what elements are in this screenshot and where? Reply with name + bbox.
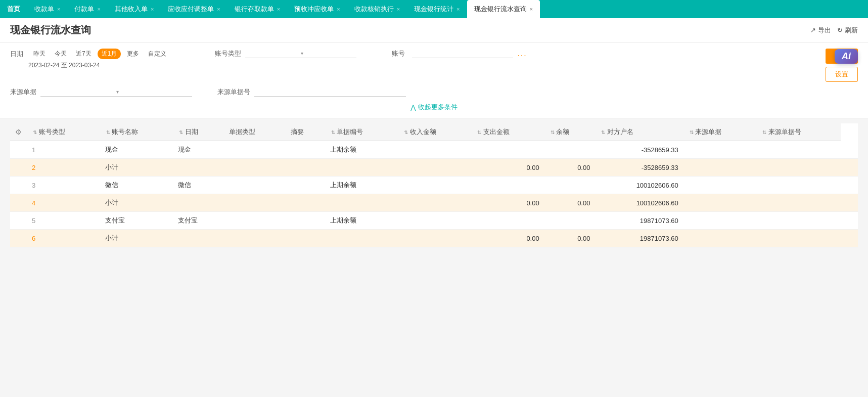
- nav-close-yushouchong[interactable]: ×: [337, 6, 340, 12]
- source-doc-no-input[interactable]: [254, 87, 406, 97]
- source-doc-filter-label: 来源单据: [10, 87, 36, 97]
- nav-close-shoukuandan[interactable]: ×: [57, 6, 60, 12]
- col-expense[interactable]: ⇅ 支出金额: [471, 123, 544, 141]
- settings-button[interactable]: 设置: [826, 67, 858, 82]
- page-title: 现金银行流水查询: [10, 23, 91, 37]
- date-btn-more[interactable]: 更多: [124, 49, 142, 59]
- refresh-label: 刷新: [845, 26, 858, 35]
- nav-close-shoukuanhexiao[interactable]: ×: [397, 6, 400, 12]
- nav-label-yingshouyingfu: 应收应付调整单: [168, 5, 214, 14]
- nav-close-xianjinyinhang-stat[interactable]: ×: [456, 6, 460, 12]
- ai-badge[interactable]: Ai: [835, 49, 858, 64]
- col-date[interactable]: ⇅ 日期: [173, 123, 224, 141]
- date-btn-today[interactable]: 今天: [52, 49, 70, 59]
- col-counterpart[interactable]: ⇅ 对方户名: [595, 123, 683, 141]
- nav-home[interactable]: 首页: [0, 0, 27, 18]
- cell-doc-no: [398, 230, 471, 247]
- col-source-doc[interactable]: ⇅ 来源单据: [683, 123, 757, 141]
- cell-doc-type: [286, 194, 325, 212]
- row-settings-icon: [10, 159, 27, 177]
- cell-account-type: 小计: [100, 230, 173, 247]
- nav-item-yingshouyingfu[interactable]: 应收应付调整单 ×: [161, 0, 227, 18]
- col-source-doc-no[interactable]: ⇅ 来源单据号: [756, 123, 841, 141]
- cell-source-doc: [756, 159, 841, 177]
- table-row: 1现金现金上期余额-3528659.33: [10, 141, 858, 159]
- col-doc-type[interactable]: 单据类型: [224, 123, 286, 141]
- cell-expense: 0.00: [544, 230, 596, 247]
- account-type-select[interactable]: ▾: [245, 49, 356, 58]
- date-btn-yesterday[interactable]: 昨天: [30, 49, 49, 59]
- col-account-type[interactable]: ⇅ 账号类型: [27, 123, 100, 141]
- cell-account-type: 支付宝: [100, 212, 173, 230]
- col-summary[interactable]: 摘要: [286, 123, 325, 141]
- cell-summary: [325, 159, 398, 177]
- nav-item-yinhangcunqu[interactable]: 银行存取款单 ×: [227, 0, 287, 18]
- date-btn-7days[interactable]: 近7天: [73, 49, 95, 59]
- nav-close-xianjinyinhang-query[interactable]: ×: [530, 6, 533, 12]
- col-counterpart-sort-icon: ⇅: [601, 129, 605, 135]
- source-doc-no-filter-label: 来源单据号: [217, 87, 250, 97]
- collapse-filters-button[interactable]: ⋀ 收起更多条件: [10, 101, 858, 114]
- col-account-type-sort-icon: ⇅: [33, 129, 37, 135]
- cell-doc-no: [398, 177, 471, 194]
- more-options-icon[interactable]: ...: [517, 49, 527, 58]
- date-btn-1month[interactable]: 近1月: [98, 49, 121, 59]
- table-row: 4小计0.000.00100102606.60: [10, 194, 858, 212]
- filter-area: 日期 昨天 今天 近7天 近1月 更多 自定义 2023-02-24 至 202…: [0, 42, 868, 118]
- row-settings-icon: [10, 230, 27, 247]
- cell-row-num: 6: [27, 230, 100, 247]
- account-input[interactable]: [412, 49, 513, 58]
- nav-close-qitashouru[interactable]: ×: [151, 6, 154, 12]
- cell-account-name: 现金: [173, 141, 224, 159]
- gear-icon: ⚙: [15, 128, 22, 136]
- cell-income: [471, 177, 544, 194]
- col-date-sort-icon: ⇅: [179, 129, 183, 135]
- cell-row-num: 2: [27, 159, 100, 177]
- nav-item-xianjinyinhang-stat[interactable]: 现金银行统计 ×: [407, 0, 467, 18]
- cell-row-num: 3: [27, 177, 100, 194]
- cell-source-doc-no: [841, 159, 858, 177]
- cell-balance: 100102606.60: [595, 194, 683, 212]
- export-button[interactable]: ↗ 导出: [810, 26, 831, 35]
- cell-doc-no: [398, 194, 471, 212]
- cell-doc-no: [398, 159, 471, 177]
- cell-source-doc-no: [841, 141, 858, 159]
- row-settings-icon: [10, 141, 27, 159]
- cell-income: [471, 212, 544, 230]
- cell-date: [224, 177, 286, 194]
- date-btn-custom[interactable]: 自定义: [145, 49, 169, 59]
- col-account-name[interactable]: ⇅ 账号名称: [100, 123, 173, 141]
- col-doc-no[interactable]: ⇅ 单据编号: [325, 123, 398, 141]
- col-income[interactable]: ⇅ 收入金额: [398, 123, 471, 141]
- cell-doc-type: [286, 177, 325, 194]
- nav-close-yinhangcunqu[interactable]: ×: [277, 6, 280, 12]
- nav-item-yushouchong[interactable]: 预收冲应收单 ×: [287, 0, 347, 18]
- cell-row-num: 4: [27, 194, 100, 212]
- col-settings[interactable]: ⚙: [10, 123, 27, 141]
- source-doc-select[interactable]: ▾: [40, 87, 192, 97]
- nav-item-qitashouru[interactable]: 其他收入单 ×: [108, 0, 161, 18]
- nav-close-yingshouyingfu[interactable]: ×: [217, 6, 220, 12]
- col-balance[interactable]: ⇅ 余额: [544, 123, 596, 141]
- cell-account-name: 微信: [173, 177, 224, 194]
- nav-item-shoukuandan[interactable]: 收款单 ×: [27, 0, 67, 18]
- page-header: 现金银行流水查询 ↗ 导出 ↻ 刷新: [0, 18, 868, 42]
- cell-date: [224, 159, 286, 177]
- date-options: 昨天 今天 近7天 近1月 更多 自定义: [30, 49, 169, 59]
- cell-expense: 0.00: [544, 194, 596, 212]
- cell-doc-type: [286, 141, 325, 159]
- cell-date: [224, 230, 286, 247]
- table-row: 6小计0.000.0019871073.60: [10, 230, 858, 247]
- nav-item-xianjinyinhang-query[interactable]: 现金银行流水查询 ×: [467, 0, 540, 18]
- collapse-icon: ⋀: [410, 104, 416, 111]
- nav-item-shoukuanhexiao[interactable]: 收款核销执行 ×: [347, 0, 407, 18]
- nav-item-fukuandan[interactable]: 付款单 ×: [67, 0, 107, 18]
- data-table: ⚙ ⇅ 账号类型 ⇅ 账号名称 ⇅ 日期 单据类型 摘要 ⇅ 单: [10, 123, 858, 247]
- nav-close-fukuandan[interactable]: ×: [97, 6, 100, 12]
- cell-account-name: [173, 159, 224, 177]
- col-source-doc-sort-icon: ⇅: [690, 129, 694, 135]
- cell-expense: [544, 212, 596, 230]
- refresh-button[interactable]: ↻ 刷新: [837, 26, 858, 35]
- cell-source-doc-no: [841, 230, 858, 247]
- export-icon: ↗: [810, 26, 816, 34]
